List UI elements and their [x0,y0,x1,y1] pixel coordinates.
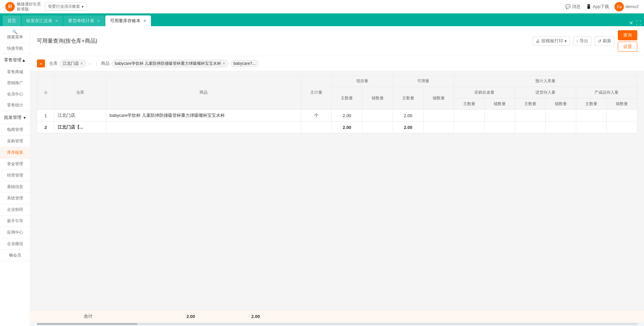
nav-expand-icon[interactable]: ⛶ [636,20,641,26]
filter-bar: » 仓库 江北门店 ✕ ··· | 商品 babycare学饮杯 儿童防摔防撞吸… [30,56,644,71]
th-in-main: 主数量 [515,98,545,110]
table-area: ⚙ 仓库 商品 主计量 现存量 可用量 预计入库量 主数量 辅数量 主数量 辅数… [30,71,644,310]
tab-order[interactable]: 要货单统计表 ✕ [63,15,105,26]
print-button[interactable]: 🖨 按模板打印 ▾ [533,36,570,46]
cell-warehouse-0: 江北门店 [54,110,106,122]
cell-avail-aux-1 [423,122,454,133]
sidebar-item-basic[interactable]: 基础信息 [0,181,30,192]
cell-index-0: 1 [37,110,54,122]
sidebar-item-purchase[interactable]: 采购管理 [0,136,30,147]
sidebar-item-inventory[interactable]: 库存核算 [0,147,30,158]
sidebar-item-retail-mall[interactable]: 零售商城 [0,66,30,78]
sidebar-item-operations[interactable]: 经营管理 [0,170,30,181]
sidebar-section-retail: 零售管理 ▲ 零售商城 营销推广 会员中心 零售统计 [0,54,30,111]
sidebar-section-finance: 资金管理 [0,158,30,170]
cell-prod-aux-1 [606,122,637,133]
sidebar-item-marketing[interactable]: 营销推广 [0,78,30,89]
product-tag-0-close[interactable]: ✕ [222,61,225,66]
top-bar-right: 💬 消息 📱 App下载 Ea demo2 [565,2,639,11]
message-button[interactable]: 💬 消息 [565,4,581,10]
print-icon: 🖨 [536,39,540,44]
tab-available-close[interactable]: ✕ [143,19,146,23]
tab-order-close[interactable]: ✕ [97,19,100,23]
cell-index-1: 2 [37,122,54,133]
sidebar-item-finance[interactable]: 资金管理 [0,158,30,170]
page-content: 可用量查询(按仓库+商品) 🖨 按模板打印 ▾ ↑ 导出 ↺ 刷新 查询 设置 [30,26,644,326]
sidebar-item-appstore[interactable]: 应用中心 [0,227,30,238]
sidebar-section-purchase: 采购管理 [0,136,30,147]
app-download-button[interactable]: 📱 App下载 [586,4,609,10]
page-title: 可用量查询(按仓库+商品) [37,38,97,45]
query-button[interactable]: 查询 [618,30,637,40]
cell-prod-main-0 [576,110,606,122]
th-settings[interactable]: ⚙ [37,76,54,110]
tab-available-label: 可用量库存账本 [110,18,141,24]
warehouse-more[interactable]: ··· [88,61,92,66]
sidebar-quick-nav[interactable]: 快捷导航 [0,44,30,54]
sidebar-search[interactable]: 🔍 搜索菜单 [0,26,30,44]
data-table: ⚙ 仓库 商品 主计量 现存量 可用量 预计入库量 主数量 辅数量 主数量 辅数… [37,75,637,133]
th-stock-main: 主数量 [332,87,362,110]
sidebar-item-guide[interactable]: 新手引导 [0,216,30,227]
sidebar-section-wholesale-header[interactable]: 批发管理 ▾ [0,111,30,124]
sidebar-item-changhui[interactable]: 畅会员 [0,250,30,261]
total-stock-main: 2.00 [186,314,195,319]
template-selector[interactable]: 母婴行业演示账套 ▾ [45,2,87,11]
logo-icon: 好 [5,2,15,11]
page-actions: 🖨 按模板打印 ▾ ↑ 导出 ↺ 刷新 查询 设置 [533,30,638,52]
sidebar-item-system[interactable]: 系统管理 [0,193,30,204]
setting-button[interactable]: 设置 [618,42,637,52]
product-tag-1: babycare?... [230,60,259,67]
warehouse-tag-close[interactable]: ✕ [80,61,83,66]
table-row: 2 江北门店【... 2.00 2.00 [37,122,637,133]
sidebar-section-retail-header[interactable]: 零售管理 ▲ [0,54,30,66]
sidebar-section-inventory: 库存核算 [0,147,30,158]
cell-unit-0: 个 [301,110,332,122]
export-button[interactable]: ↑ 导出 [573,36,592,46]
logo-text: 畅捷通好生意 标准版 [17,2,41,11]
user-avatar-button[interactable]: Ea demo2 [614,2,639,11]
tab-order-label: 要货单统计表 [68,18,94,24]
cell-stock-aux-0 [362,110,393,122]
total-label: 合计 [37,313,93,319]
tab-receive-close[interactable]: ✕ [55,19,58,23]
cell-product-0: babycare学饮杯 儿童防摔防撞吸管杯重力球吸嘴杯宝宝水杯 [106,110,301,122]
table-footer: 合计 2.00 2.00 [30,310,644,322]
print-chevron-icon: ▾ [565,39,567,44]
nav-tabs: 首页 收发存汇总表 ✕ 要货单统计表 ✕ 可用量库存账本 ✕ ✕ ⛶ [0,13,644,26]
tab-receive[interactable]: 收发存汇总表 ✕ [21,15,63,26]
cell-in-main-0 [515,110,545,122]
cell-in-main-1 [515,122,545,133]
export-icon: ↑ [576,39,579,44]
tab-available[interactable]: 可用量库存账本 ✕ [105,15,151,26]
sidebar-item-wechat[interactable]: 企业微信 [0,238,30,249]
settings-icon[interactable]: ⚙ [44,90,48,95]
warehouse-tag-0: 江北门店 ✕ [60,60,86,67]
nav-close-icon[interactable]: ✕ [629,20,633,26]
expand-filter-button[interactable]: » [37,59,45,67]
page-header: 可用量查询(按仓库+商品) 🖨 按模板打印 ▾ ↑ 导出 ↺ 刷新 查询 设置 [30,26,644,56]
sidebar-item-enterprise[interactable]: 企业协同 [0,204,30,215]
tab-actions: ✕ ⛶ [629,20,641,26]
avatar-text: Ea [617,4,622,9]
product-tags: babycare学饮杯 儿童防摔防撞吸管杯重力球吸嘴杯宝宝水杯 ✕ babyca… [112,60,259,67]
tab-home[interactable]: 首页 [3,15,21,26]
chevron-down-icon: ▾ [23,115,26,120]
sidebar-section-wechat: 企业微信 [0,238,30,250]
refresh-button[interactable]: ↺ 刷新 [595,36,614,46]
sidebar-item-member[interactable]: 会员中心 [0,89,30,100]
cell-in-aux-0 [545,110,576,122]
sidebar-item-retail-stats[interactable]: 零售统计 [0,100,30,111]
scroll-thumb[interactable] [37,323,138,325]
sidebar-item-ecommerce[interactable]: 电商管理 [0,124,30,135]
scroll-track[interactable] [37,323,637,325]
warehouse-filter: 仓库 江北门店 ✕ ··· [49,60,92,67]
th-unit: 主计量 [301,76,332,110]
chevron-down-icon: ▾ [82,4,84,9]
cell-avail-main-1: 2.00 [393,122,423,133]
main-area: 🔍 搜索菜单 快捷导航 零售管理 ▲ 零售商城 营销推广 会员中心 零售统计 [0,26,644,326]
cell-prod-aux-0 [606,110,637,122]
product-tag-0: babycare学饮杯 儿童防摔防撞吸管杯重力球吸嘴杯宝宝水杯 ✕ [112,60,228,67]
th-prod-main: 主数量 [576,98,606,110]
cell-stock-main-1: 2.00 [332,122,362,133]
